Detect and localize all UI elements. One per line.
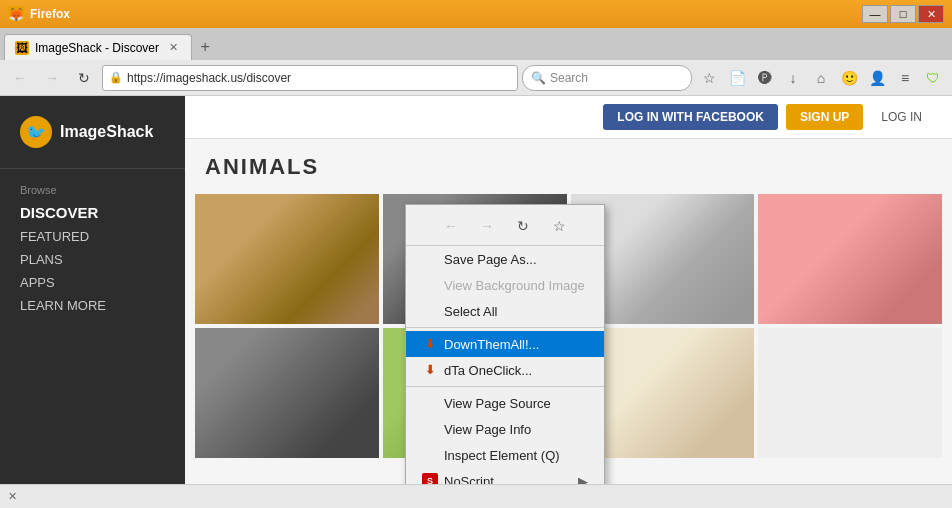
select-all-icon [422,303,438,319]
back-button[interactable]: ← [6,65,34,91]
page-title: ANIMALS [205,154,932,180]
close-button[interactable]: ✕ [918,5,944,23]
shield-icon[interactable]: 🛡 [920,65,946,91]
logo-icon: 🐦 [20,116,52,148]
image-cell-partial1[interactable] [758,194,942,324]
ctx-forward-button[interactable]: → [473,213,501,239]
sidebar-item-apps[interactable]: APPS [20,271,165,294]
context-save-page-as[interactable]: Save Page As... [406,246,604,272]
profile-icon[interactable]: 👤 [864,65,890,91]
tabbar: 🖼 ImageShack - Discover ✕ + [0,28,952,60]
active-tab[interactable]: 🖼 ImageShack - Discover ✕ [4,34,192,60]
context-separator-2 [406,386,604,387]
image-cell-empty[interactable] [758,328,942,458]
titlebar-left: 🦊 Firefox [8,6,70,22]
firefox-logo: 🦊 [8,6,24,22]
titlebar: 🦊 Firefox — □ ✕ [0,0,952,28]
new-tab-button[interactable]: + [192,34,218,60]
ctx-reload-button[interactable]: ↻ [509,213,537,239]
forward-button[interactable]: → [38,65,66,91]
main-container: 🐦 ImageShack Browse DISCOVER FEATURED PL… [0,96,952,484]
image-cell-dog[interactable] [195,194,379,324]
context-noscript[interactable]: S NoScript ▶ [406,468,604,484]
sidebar-section: Browse DISCOVER FEATURED PLANS APPS LEAR… [0,184,185,317]
reload-button[interactable]: ↻ [70,65,98,91]
content-area: LOG IN WITH FACEBOOK SIGN UP LOG IN ANIM… [185,96,952,484]
tab-close-button[interactable]: ✕ [165,40,181,56]
sidebar-item-discover[interactable]: DISCOVER [20,200,165,225]
download-icon[interactable]: ↓ [780,65,806,91]
site-header: LOG IN WITH FACEBOOK SIGN UP LOG IN [185,96,952,139]
context-view-bg-label: View Background Image [444,278,585,293]
home-icon[interactable]: ⌂ [808,65,834,91]
context-noscript-label: NoScript [444,474,494,485]
submenu-arrow-icon: ▶ [578,474,588,485]
context-view-page-info[interactable]: View Page Info [406,416,604,442]
statusbar-close[interactable]: ✕ [8,490,17,503]
sidebar-item-learn-more[interactable]: LEARN MORE [20,294,165,317]
search-bar[interactable]: 🔍 Search [522,65,692,91]
minimize-button[interactable]: — [862,5,888,23]
maximize-button[interactable]: □ [890,5,916,23]
noscript-icon: S [422,473,438,484]
context-downthemall-label: DownThemAll!... [444,337,539,352]
view-bg-icon [422,277,438,293]
context-view-source-label: View Page Source [444,396,551,411]
inspect-icon [422,447,438,463]
view-page-info-icon [422,421,438,437]
downthemall-icon: ⬇ [422,336,438,352]
context-nav-row: ← → ↻ ☆ [406,209,604,246]
ctx-bookmark-button[interactable]: ☆ [545,213,573,239]
context-inspect-element[interactable]: Inspect Element (Q) [406,442,604,468]
titlebar-brand: Firefox [30,7,70,21]
sidebar-browse-label: Browse [20,184,165,196]
save-page-icon [422,251,438,267]
context-view-bg-image[interactable]: View Background Image [406,272,604,298]
image-cell-cat[interactable] [195,328,379,458]
search-placeholder: Search [550,71,588,85]
view-source-icon [422,395,438,411]
context-dta-oneclick[interactable]: ⬇ dTa OneClick... [406,357,604,383]
context-inspect-label: Inspect Element (Q) [444,448,560,463]
dta-oneclick-icon: ⬇ [422,362,438,378]
login-facebook-button[interactable]: LOG IN WITH FACEBOOK [603,104,778,130]
sidebar: 🐦 ImageShack Browse DISCOVER FEATURED PL… [0,96,185,484]
context-save-label: Save Page As... [444,252,537,267]
context-select-all[interactable]: Select All [406,298,604,324]
signup-button[interactable]: SIGN UP [786,104,863,130]
titlebar-controls: — □ ✕ [862,5,944,23]
context-menu: ← → ↻ ☆ Save Page As... View Background … [405,204,605,484]
emoji-icon[interactable]: 🙂 [836,65,862,91]
sidebar-item-plans[interactable]: PLANS [20,248,165,271]
ctx-back-button[interactable]: ← [437,213,465,239]
search-icon: 🔍 [531,71,546,85]
toolbar-icons: ☆ 📄 🅟 ↓ ⌂ 🙂 👤 ≡ 🛡 [696,65,946,91]
context-dta-oneclick-label: dTa OneClick... [444,363,532,378]
context-view-source[interactable]: View Page Source [406,390,604,416]
address-text: https://imageshack.us/discover [127,71,511,85]
reader-icon[interactable]: 📄 [724,65,750,91]
context-downthemall[interactable]: ⬇ DownThemAll!... [406,331,604,357]
address-bar[interactable]: 🔒 https://imageshack.us/discover [102,65,518,91]
logo-text: ImageShack [60,123,153,141]
context-view-page-info-label: View Page Info [444,422,531,437]
context-separator-1 [406,327,604,328]
lock-icon: 🔒 [109,71,123,84]
content-header: ANIMALS [185,139,952,190]
tab-favicon: 🖼 [15,41,29,55]
menu-icon[interactable]: ≡ [892,65,918,91]
toolbar: ← → ↻ 🔒 https://imageshack.us/discover 🔍… [0,60,952,96]
bookmark-star-icon[interactable]: ☆ [696,65,722,91]
sidebar-item-featured[interactable]: FEATURED [20,225,165,248]
statusbar: ✕ [0,484,952,508]
pocket-icon[interactable]: 🅟 [752,65,778,91]
sidebar-logo: 🐦 ImageShack [0,116,185,169]
tab-title: ImageShack - Discover [35,41,159,55]
login-button[interactable]: LOG IN [871,104,932,130]
context-select-all-label: Select All [444,304,497,319]
